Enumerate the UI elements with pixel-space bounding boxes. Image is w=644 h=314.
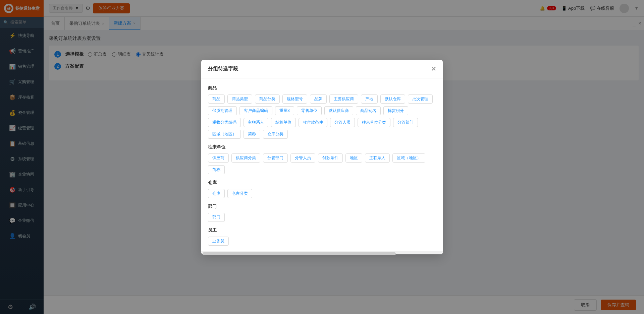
field-tag-partner-8[interactable]: 简称 (208, 165, 225, 174)
field-tag-product-23[interactable]: 区域（地区） (208, 130, 241, 139)
field-tag-partner-3[interactable]: 分管人员 (290, 153, 315, 163)
field-tag-partner-7[interactable]: 区域（地区） (392, 153, 425, 163)
modal-title: 分组待选字段 (208, 66, 238, 72)
field-tag-partner-2[interactable]: 分管部门 (263, 153, 288, 163)
field-tag-partner-1[interactable]: 供应商分类 (231, 153, 260, 163)
field-tag-product-1[interactable]: 商品类型 (227, 95, 252, 104)
field-grid-warehouse: 仓库仓库分类 (208, 189, 436, 198)
field-tag-employee-0[interactable]: 业务员 (208, 237, 229, 246)
field-grid-product: 商品商品类型商品分类规格型号品牌主要供应商产地默认仓库批次管理保质期管理客户商品… (208, 95, 436, 139)
field-tag-product-12[interactable]: 零售单位 (297, 106, 322, 115)
field-tag-product-4[interactable]: 品牌 (310, 95, 327, 104)
section-title-department: 部门 (208, 203, 436, 209)
modal-hscroll-thumb (203, 252, 396, 255)
field-tag-product-0[interactable]: 商品 (208, 95, 225, 104)
section-title-partner: 往来单位 (208, 144, 436, 150)
field-tag-product-8[interactable]: 批次管理 (408, 95, 433, 104)
field-tag-product-20[interactable]: 分管人员 (330, 118, 355, 127)
field-tag-product-25[interactable]: 仓库分类 (263, 130, 288, 139)
field-tag-product-24[interactable]: 简称 (244, 130, 260, 139)
field-tag-product-13[interactable]: 默认供应商 (324, 106, 353, 115)
field-grid-employee: 业务员 (208, 237, 436, 246)
field-tag-product-6[interactable]: 产地 (361, 95, 378, 104)
field-tag-product-15[interactable]: 拣货积分 (383, 106, 408, 115)
field-tag-product-14[interactable]: 商品别名 (356, 106, 381, 115)
modal-horizontal-scrollbar[interactable] (201, 251, 443, 254)
field-grid-department: 部门 (208, 213, 436, 222)
field-tag-partner-0[interactable]: 供应商 (208, 153, 229, 163)
modal-header: 分组待选字段 ✕ (201, 60, 443, 78)
field-tag-product-5[interactable]: 主要供应商 (329, 95, 358, 104)
section-title-employee: 员工 (208, 227, 436, 233)
field-tag-product-21[interactable]: 往来单位分类 (358, 118, 390, 127)
field-tag-partner-5[interactable]: 地区 (345, 153, 362, 163)
field-tag-product-9[interactable]: 保质期管理 (208, 106, 237, 115)
field-tag-partner-4[interactable]: 付款条件 (318, 153, 343, 163)
field-tag-product-10[interactable]: 客户商品编码 (239, 106, 272, 115)
field-tag-product-19[interactable]: 收付款条件 (299, 118, 327, 127)
field-tag-partner-6[interactable]: 主联系人 (365, 153, 390, 163)
field-tag-product-18[interactable]: 结算单位 (271, 118, 296, 127)
modal: 分组待选字段 ✕ 商品商品商品类型商品分类规格型号品牌主要供应商产地默认仓库批次… (201, 60, 443, 254)
field-tag-product-2[interactable]: 商品分类 (255, 95, 280, 104)
field-tag-product-17[interactable]: 主联系人 (244, 118, 268, 127)
field-tag-product-22[interactable]: 分管部门 (393, 118, 418, 127)
field-tag-product-7[interactable]: 默认仓库 (380, 95, 405, 104)
section-title-product: 商品 (208, 85, 436, 91)
field-grid-partner: 供应商供应商分类分管部门分管人员付款条件地区主联系人区域（地区）简称 (208, 153, 436, 174)
field-tag-department-0[interactable]: 部门 (208, 213, 225, 222)
field-tag-product-11[interactable]: 重量3 (275, 106, 294, 115)
modal-body[interactable]: 商品商品商品类型商品分类规格型号品牌主要供应商产地默认仓库批次管理保质期管理客户… (201, 78, 443, 251)
field-tag-product-16[interactable]: 税收分类编码 (208, 118, 241, 127)
section-title-warehouse: 仓库 (208, 180, 436, 186)
field-tag-warehouse-1[interactable]: 仓库分类 (227, 189, 252, 198)
modal-close-button[interactable]: ✕ (431, 65, 436, 73)
field-tag-product-3[interactable]: 规格型号 (282, 95, 307, 104)
modal-overlay: 分组待选字段 ✕ 商品商品商品类型商品分类规格型号品牌主要供应商产地默认仓库批次… (0, 0, 644, 314)
field-tag-warehouse-0[interactable]: 仓库 (208, 189, 225, 198)
